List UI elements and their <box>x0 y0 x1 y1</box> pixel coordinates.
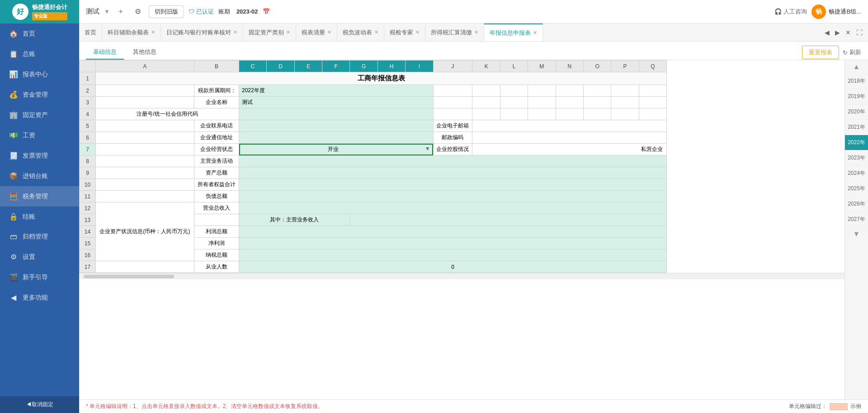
tab-journal-close[interactable]: ✕ <box>233 29 237 35</box>
cell-3N[interactable] <box>556 97 583 108</box>
cell-4N[interactable] <box>556 108 583 120</box>
tab-income-tax[interactable]: 所得税汇算清缴 ✕ <box>425 23 484 42</box>
tab-aux-close[interactable]: ✕ <box>151 29 155 35</box>
tab-close-all-btn[interactable]: ✕ <box>844 27 853 38</box>
col-header-L[interactable]: L <box>500 61 528 72</box>
topbar-user[interactable]: 畅 畅捷通B组... <box>811 5 861 19</box>
sidebar-item-settings[interactable]: ⚙设置 <box>0 247 79 267</box>
cell-3J[interactable] <box>433 97 472 108</box>
subtab-other[interactable]: 其他信息 <box>126 45 164 60</box>
cell-8A[interactable] <box>96 155 194 167</box>
year-btn-2018年[interactable]: 2018年 <box>845 74 868 89</box>
col-header-A[interactable]: A <box>96 61 194 72</box>
topbar-add-btn[interactable]: ＋ <box>114 5 127 18</box>
year-btn-2022年[interactable]: 2022年 <box>845 135 868 150</box>
topbar-switch-btn[interactable]: 切到旧版 <box>149 5 184 18</box>
sidebar-item-invoice[interactable]: 🧾发票管理 <box>0 145 79 166</box>
hscroll-thumb[interactable] <box>84 275 174 278</box>
cell-2M[interactable] <box>528 85 556 97</box>
col-header-J[interactable]: J <box>433 61 472 72</box>
col-header-K[interactable]: K <box>472 61 500 72</box>
col-header-B[interactable]: B <box>194 61 239 72</box>
sidebar-item-tax[interactable]: 🧮税务管理 <box>0 186 79 206</box>
sidebar-item-salary[interactable]: 💵工资 <box>0 125 79 145</box>
cell-3O[interactable] <box>583 97 611 108</box>
col-header-D[interactable]: D <box>267 61 294 72</box>
tab-next-btn[interactable]: ▶ <box>833 27 842 38</box>
sidebar-item-fund[interactable]: 💰资金管理 <box>0 84 79 105</box>
cell-2L[interactable] <box>500 85 528 97</box>
col-header-C[interactable]: C <box>239 61 267 72</box>
subtab-basic[interactable]: 基础信息 <box>86 45 124 60</box>
year-btn-2020年[interactable]: 2020年 <box>845 104 868 120</box>
tab-prev-btn[interactable]: ◀ <box>823 27 831 38</box>
sidebar-item-ledger[interactable]: 📋总账 <box>0 44 79 64</box>
year-scroll-down-btn[interactable]: ▼ <box>850 227 863 241</box>
cell-7K[interactable]: 私营企业 <box>472 144 667 155</box>
year-scroll-up-btn[interactable]: ▲ <box>850 60 863 74</box>
sidebar-item-more[interactable]: ◀更多功能 <box>0 287 79 308</box>
dropdown-arrow-icon[interactable]: ▼ <box>425 145 430 152</box>
tab-income-tax-close[interactable]: ✕ <box>474 29 478 35</box>
tab-fixed-cat[interactable]: 固定资产类别 ✕ <box>243 23 296 42</box>
sidebar-item-report[interactable]: 📊报表中心 <box>0 64 79 84</box>
tab-journal[interactable]: 日记账与银行对账单核对 ✕ <box>161 23 243 42</box>
topbar-settings-btn[interactable]: ⚙ <box>132 5 144 18</box>
year-btn-2026年[interactable]: 2026年 <box>845 197 868 212</box>
col-header-E[interactable]: E <box>294 61 322 72</box>
hscroll-bar[interactable] <box>79 273 844 279</box>
cell-6K[interactable] <box>472 132 667 144</box>
cell-4J[interactable] <box>433 108 472 120</box>
cell-3L[interactable] <box>500 97 528 108</box>
col-header-Q[interactable]: Q <box>639 61 666 72</box>
year-btn-2023年[interactable]: 2023年 <box>845 150 868 166</box>
cell-9A[interactable] <box>96 167 194 179</box>
cell-6A[interactable] <box>96 132 194 144</box>
cell-7A[interactable] <box>96 144 194 155</box>
cell-15C[interactable] <box>239 238 667 249</box>
cell-4C[interactable] <box>239 108 434 120</box>
tab-expand-btn[interactable]: ⛶ <box>854 27 864 38</box>
cell-3M[interactable] <box>528 97 556 108</box>
sidebar-pin-btn[interactable]: ◀取消固定 <box>0 396 79 413</box>
col-header-H[interactable]: H <box>377 61 405 72</box>
col-header-I[interactable]: I <box>406 61 433 72</box>
cell-2P[interactable] <box>611 85 639 97</box>
cell-4O[interactable] <box>583 108 611 120</box>
cell-3K[interactable] <box>472 97 500 108</box>
topbar-service-btn[interactable]: 🎧 人工咨询 <box>774 8 807 16</box>
col-header-M[interactable]: M <box>528 61 556 72</box>
sidebar-item-archive[interactable]: 🗃归档管理 <box>0 227 79 247</box>
tab-annual-report-close[interactable]: ✕ <box>533 30 537 36</box>
cell-13B[interactable] <box>194 214 239 226</box>
cell-14C[interactable] <box>239 226 667 238</box>
cell-10A[interactable] <box>96 179 194 191</box>
cell-11C[interactable] <box>239 191 667 202</box>
cell-4L[interactable] <box>500 108 528 120</box>
tab-tax-wave-close[interactable]: ✕ <box>374 29 378 35</box>
cell-6C[interactable] <box>239 132 434 144</box>
sidebar-item-close[interactable]: 🔒结账 <box>0 206 79 227</box>
cell-5C[interactable] <box>239 120 434 132</box>
sidebar-item-inventory[interactable]: 📦进销台账 <box>0 166 79 186</box>
sidebar-item-guide[interactable]: 🎬新手引导 <box>0 267 79 287</box>
year-btn-2021年[interactable]: 2021年 <box>845 120 868 135</box>
cell-13G[interactable] <box>350 214 667 226</box>
topbar-calendar-icon[interactable]: 📅 <box>263 8 270 15</box>
col-header-P[interactable]: P <box>611 61 639 72</box>
col-header-O[interactable]: O <box>583 61 611 72</box>
reset-btn[interactable]: 重置报表 <box>802 46 839 59</box>
cell-2C[interactable]: 2022年度 <box>239 85 434 97</box>
cell-9C[interactable] <box>239 167 667 179</box>
tab-tax-form[interactable]: 税表清册 ✕ <box>296 23 337 42</box>
tab-home[interactable]: 首页 <box>79 23 102 42</box>
col-header-G[interactable]: G <box>350 61 377 72</box>
cell-2A[interactable] <box>96 85 194 97</box>
tab-tax-form-close[interactable]: ✕ <box>327 29 331 35</box>
cell-4P[interactable] <box>611 108 639 120</box>
tab-aux[interactable]: 科目辅助余额表 ✕ <box>102 23 161 42</box>
year-btn-2027年[interactable]: 2027年 <box>845 212 868 227</box>
col-header-N[interactable]: N <box>556 61 583 72</box>
cell-2J[interactable] <box>433 85 472 97</box>
cell-12C[interactable] <box>239 202 667 214</box>
